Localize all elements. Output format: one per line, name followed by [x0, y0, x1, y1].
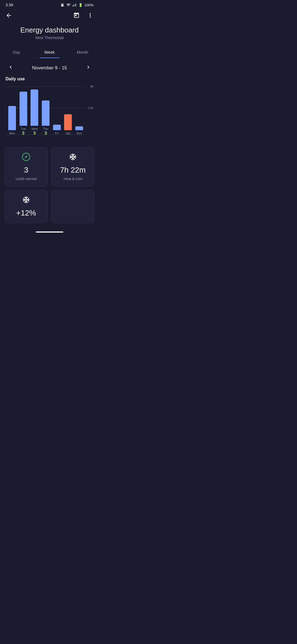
chart-section: Daily use 3h 1.5h Mon Tue 🍃 Wed [0, 77, 99, 143]
bar-mon-fill [8, 106, 16, 130]
bar-sat-fill [64, 114, 72, 130]
tab-day[interactable]: Day [0, 47, 33, 58]
tab-week[interactable]: Week [33, 47, 66, 58]
bar-sun-label: Sun [76, 132, 82, 135]
leaf-thu: 🍃 [44, 131, 48, 135]
leaf-card-icon [22, 153, 30, 163]
bar-tue-label: Tue [21, 127, 26, 130]
back-button[interactable] [4, 11, 13, 20]
bar-thu-label: Thu [43, 127, 48, 130]
bar-mon-label: Mon [9, 132, 15, 135]
card-leafs-label: Leafs earned [16, 177, 37, 181]
leaf-tue: 🍃 [21, 131, 25, 135]
hvac-bottom-icon [22, 196, 30, 206]
chart-label-15h: 1.5h [88, 106, 94, 110]
tabs-bar: Day Week Month [0, 47, 99, 58]
bar-thu: Thu 🍃 [40, 100, 51, 135]
signal-icon [72, 3, 77, 7]
chevron-left-icon [8, 64, 14, 70]
top-nav-right [72, 11, 95, 20]
date-range: November 9 - 15 [32, 65, 67, 71]
more-menu-button[interactable] [86, 11, 95, 20]
card-heat-cool: 7h 22m Heat & cool [51, 147, 95, 187]
home-indicator [0, 229, 99, 235]
battery-icon: 🔋 [78, 3, 83, 7]
status-bar: 3:39 🔋 100% [0, 0, 99, 9]
tab-month[interactable]: Month [66, 47, 99, 58]
summary-cards: 3 Leafs earned 7h 22m Heat & cool [0, 143, 99, 190]
bar-tue: Tue 🍃 [18, 92, 29, 135]
bar-wed-label: Wed [31, 127, 37, 130]
bar-mon: Mon [7, 106, 18, 135]
hvac-card-icon [69, 153, 77, 163]
bars-area: Mon Tue 🍃 Wed 🍃 Thu 🍃 [6, 91, 86, 135]
battery-percent: 100% [84, 3, 94, 7]
bottom-cards: +12% [0, 190, 99, 229]
page-title: Energy dashboard [6, 26, 94, 34]
leaf-wed: 🍃 [32, 131, 37, 135]
chart-label-3h: 3h [90, 85, 94, 88]
chart-container: 3h 1.5h Mon Tue 🍃 Wed 🍃 [6, 85, 94, 135]
chart-gridline-3h [6, 86, 86, 87]
date-navigation: November 9 - 15 [0, 58, 99, 77]
page-subtitle: Nest Thermostat [6, 36, 94, 40]
bar-sat-label: Sat [66, 132, 70, 135]
bar-fri: Fri [51, 125, 62, 135]
more-icon [87, 12, 94, 19]
card-heat-value: 7h 22m [60, 166, 86, 174]
bar-tue-fill [20, 92, 27, 126]
card-placeholder [51, 190, 95, 223]
top-nav [0, 9, 99, 23]
home-bar [36, 231, 63, 233]
next-week-button[interactable] [83, 63, 94, 73]
time: 3:39 [6, 3, 13, 7]
calendar-icon [73, 12, 80, 19]
bar-sat: Sat [62, 114, 74, 135]
card-leafs-value: 3 [24, 166, 28, 174]
bar-thu-fill [42, 100, 50, 126]
bar-fri-label: Fri [55, 132, 59, 135]
bar-wed: Wed 🍃 [29, 89, 40, 135]
status-icons: 🔋 100% [60, 3, 94, 7]
page-header: Energy dashboard Nest Thermostat [0, 23, 99, 47]
chevron-right-icon [85, 64, 91, 70]
bar-wed-fill [31, 89, 38, 126]
prev-week-button[interactable] [6, 63, 16, 73]
bar-fri-fill [53, 125, 61, 130]
chart-title: Daily use [6, 77, 94, 81]
calendar-button[interactable] [72, 11, 81, 20]
bar-sun: Sun [73, 126, 85, 135]
card-percentage: +12% [4, 190, 48, 223]
card-percentage-value: +12% [16, 209, 36, 217]
mute-icon [60, 3, 65, 7]
card-leafs: 3 Leafs earned [4, 147, 48, 187]
card-heat-label: Heat & cool [64, 177, 82, 181]
bar-sun-fill [75, 126, 83, 130]
wifi-icon [66, 3, 71, 7]
